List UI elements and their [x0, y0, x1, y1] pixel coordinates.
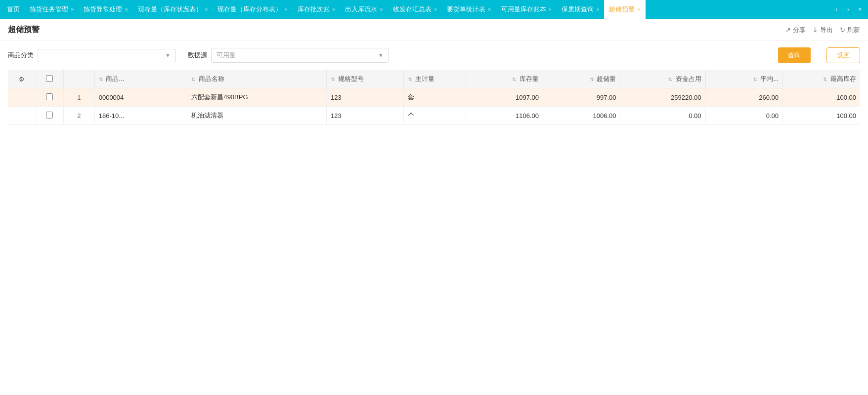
sort-icon: ⇅ [512, 77, 516, 82]
category-filter-group: 商品分类 ▼ [8, 49, 176, 62]
share-icon: ↗ [785, 26, 791, 34]
nav-stock-batch[interactable]: 库存批次账 × [293, 0, 340, 19]
row-seq: 1 [64, 88, 95, 107]
row-checkbox-cell [36, 88, 63, 107]
col-header-unit: ⇅ 主计量 [404, 70, 466, 88]
row-spec: 123 [327, 88, 404, 107]
nav-stock-dist[interactable]: 现存量（库存分布表） × [213, 0, 292, 19]
category-label: 商品分类 [8, 51, 34, 60]
close-icon[interactable]: × [434, 6, 437, 12]
row-code: 0000004 [94, 88, 187, 107]
category-select-value [43, 52, 45, 59]
close-icon[interactable]: × [332, 6, 335, 12]
col-header-spec: ⇅ 规格型号 [327, 70, 404, 88]
close-icon[interactable]: × [380, 6, 383, 12]
nav-order-stat[interactable]: 要货单统计表 × [442, 0, 496, 19]
row-stock: 1097.00 [466, 88, 543, 107]
sort-icon: ⇅ [590, 77, 594, 82]
row-avg: 260.00 [705, 88, 782, 107]
sort-icon: ⇅ [331, 77, 335, 82]
table-row: 1 0000004 六配套新昌490BPG 123 套 1097.00 997.… [8, 88, 860, 107]
row-name: 六配套新昌490BPG [187, 88, 327, 107]
chevron-down-icon: ▼ [165, 52, 171, 58]
sort-icon: ⇅ [753, 77, 757, 82]
row-seq: 2 [64, 107, 95, 125]
close-icon[interactable]: × [637, 6, 640, 12]
datasource-label: 数据源 [188, 51, 207, 60]
overstock-table: ⚙ ⇅ 商品... ⇅ 商品名称 ⇅ [8, 70, 860, 125]
close-icon[interactable]: × [284, 6, 287, 12]
table-row: 2 186-10... 机油滤清器 123 个 1106.00 1006.00 … [8, 107, 860, 125]
gear-icon[interactable]: ⚙ [19, 76, 25, 83]
nav-home[interactable]: 首页 [2, 0, 25, 19]
col-header-name: ⇅ 商品名称 [187, 70, 327, 88]
sort-icon: ⇅ [99, 77, 103, 82]
top-navigation: 首页 拣货任务管理 × 拣货异常处理 × 现存量（库存状况表） × 现存量（库存… [0, 0, 868, 19]
close-icon[interactable]: × [125, 6, 128, 12]
header-actions: ↗ 分享 ⇓ 导出 ↻ 刷新 [785, 26, 860, 35]
select-all-checkbox[interactable] [46, 75, 53, 82]
col-header-over: ⇅ 超储量 [543, 70, 620, 88]
row-stock: 1106.00 [466, 107, 543, 125]
row-maxstock: 100.00 [782, 107, 860, 125]
row-capital: 0.00 [620, 107, 705, 125]
row-checkbox[interactable] [46, 93, 53, 100]
page-header: 超储预警 ↗ 分享 ⇓ 导出 ↻ 刷新 [0, 19, 868, 40]
nav-pick-exception[interactable]: 拣货异常处理 × [79, 0, 132, 19]
col-header-stock: ⇅ 库存量 [466, 70, 543, 88]
nav-stock-status[interactable]: 现存量（库存状况表） × [133, 0, 213, 19]
nav-inout-flow[interactable]: 出入库流水 × [340, 0, 388, 19]
page-wrapper: 超储预警 ↗ 分享 ⇓ 导出 ↻ 刷新 商品分类 ▼ 数据源 [0, 19, 868, 395]
col-header-avg: ⇅ 平均... [705, 70, 782, 88]
category-select[interactable]: ▼ [38, 49, 176, 62]
row-spec: 123 [327, 107, 404, 125]
row-checkbox-cell [36, 107, 63, 125]
col-header-capital: ⇅ 资金占用 [620, 70, 705, 88]
row-over: 1006.00 [543, 107, 620, 125]
export-icon: ⇓ [813, 26, 818, 34]
nav-available-stock[interactable]: 可用量库存账本 × [496, 0, 557, 19]
nav-scroll-right-btn[interactable]: › [842, 0, 854, 19]
share-button[interactable]: ↗ 分享 [785, 26, 806, 35]
export-button[interactable]: ⇓ 导出 [813, 26, 833, 35]
refresh-icon: ↻ [840, 26, 845, 34]
table-container: ⚙ ⇅ 商品... ⇅ 商品名称 ⇅ [0, 70, 868, 125]
close-icon[interactable]: × [205, 6, 208, 12]
col-header-gear: ⚙ [8, 70, 36, 88]
refresh-button[interactable]: ↻ 刷新 [840, 26, 860, 35]
nav-summary[interactable]: 收发存汇总表 × [388, 0, 442, 19]
chevron-down-icon: ▼ [378, 52, 384, 58]
close-icon[interactable]: × [596, 6, 599, 12]
row-checkbox[interactable] [46, 112, 53, 118]
settings-button[interactable]: 设置 [826, 47, 860, 63]
sort-icon: ⇅ [191, 77, 195, 82]
row-over: 997.00 [543, 88, 620, 107]
row-name: 机油滤清器 [187, 107, 327, 125]
row-avg: 0.00 [705, 107, 782, 125]
table-header-row: ⚙ ⇅ 商品... ⇅ 商品名称 ⇅ [8, 70, 860, 88]
sort-icon: ⇅ [668, 77, 672, 82]
row-maxstock: 100.00 [782, 88, 860, 107]
col-header-checkbox [36, 70, 63, 88]
datasource-select[interactable]: 可用量 ▼ [211, 48, 389, 63]
nav-quality[interactable]: 保质期查询 × [557, 0, 604, 19]
nav-close-btn[interactable]: × [854, 0, 866, 19]
close-icon[interactable]: × [488, 6, 491, 12]
col-header-code: ⇅ 商品... [94, 70, 187, 88]
nav-scroll-left-btn[interactable]: ‹ [830, 0, 842, 19]
row-options [8, 88, 36, 107]
datasource-select-value: 可用量 [217, 51, 236, 60]
close-icon[interactable]: × [549, 6, 552, 12]
query-button[interactable]: 查询 [778, 47, 811, 63]
datasource-filter-group: 数据源 可用量 ▼ [188, 48, 389, 63]
close-icon[interactable]: × [71, 6, 74, 12]
row-options [8, 107, 36, 125]
nav-pick-task[interactable]: 拣货任务管理 × [25, 0, 79, 19]
row-unit: 套 [404, 88, 466, 107]
row-capital: 259220.00 [620, 88, 705, 107]
row-code: 186-10... [94, 107, 187, 125]
nav-scroll-arrows: ‹ › × [830, 0, 866, 19]
nav-overstock[interactable]: 超储预警 × [604, 0, 645, 19]
col-header-maxstock: ⇅ 最高库存 [782, 70, 860, 88]
sort-icon: ⇅ [408, 77, 412, 82]
